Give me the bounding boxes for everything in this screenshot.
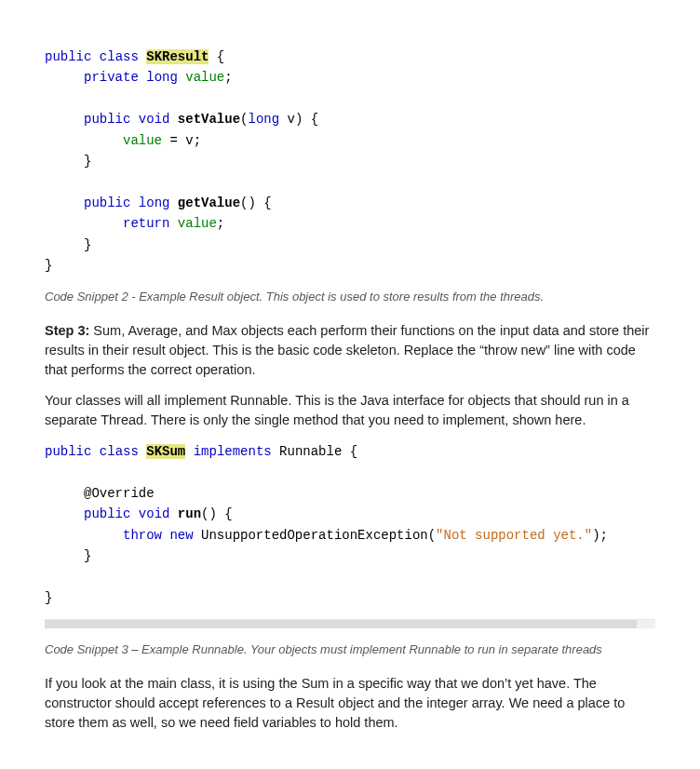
constructor-paragraph: If you look at the main class, it is usi… xyxy=(45,674,655,733)
scrollbar-thumb[interactable] xyxy=(45,620,637,628)
step-3-label: Step 3: xyxy=(45,323,89,338)
runnable-paragraph: Your classes will all implement Runnable… xyxy=(45,391,655,430)
step-3-paragraph: Step 3: Sum, Average, and Max objects ea… xyxy=(45,321,655,380)
step-3-text: Sum, Average, and Max objects each perfo… xyxy=(45,323,649,377)
caption-snippet-2: Code Snippet 2 - Example Result object. … xyxy=(45,289,655,306)
code-snippet-3: public class SKSum implements Runnable {… xyxy=(45,441,655,608)
horizontal-scrollbar[interactable] xyxy=(45,619,655,628)
caption-snippet-3: Code Snippet 3 – Example Runnable. Your … xyxy=(45,641,655,659)
code-snippet-2: public class SKResult { private long val… xyxy=(45,47,655,276)
